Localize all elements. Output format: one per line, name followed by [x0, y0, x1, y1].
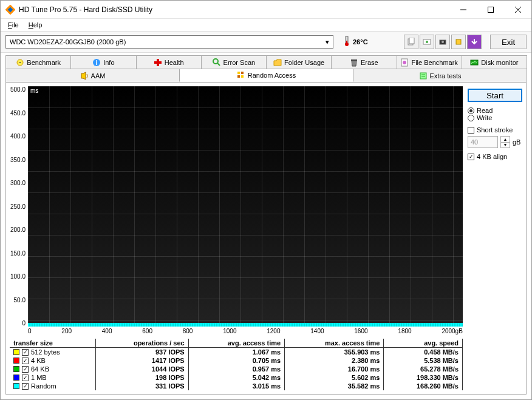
- series-color: [13, 349, 19, 355]
- exit-button[interactable]: Exit: [490, 35, 527, 49]
- series-checkbox[interactable]: ✓: [22, 358, 29, 364]
- drive-select[interactable]: WDC WD20EZAZ-00GGJB0 (2000 gB) ▾: [5, 35, 333, 49]
- temperature-value: 26°C: [353, 38, 368, 46]
- series-color: [13, 375, 19, 381]
- chart: 500.0450.0400.0350.0300.0250.0200.0150.0…: [10, 86, 463, 335]
- menu-help[interactable]: Help: [25, 20, 46, 30]
- plot-area: ms: [28, 86, 463, 327]
- tab-info[interactable]: iInfo: [70, 55, 136, 69]
- tab-health[interactable]: Health: [136, 55, 202, 69]
- tab-icon: [213, 58, 221, 67]
- tab-file-benchmark[interactable]: File Benchmark: [397, 55, 462, 69]
- svg-rect-21: [154, 61, 162, 64]
- tab-erase[interactable]: Erase: [331, 55, 397, 69]
- app-icon: [5, 5, 15, 15]
- svg-rect-3: [488, 7, 493, 12]
- shortstroke-input[interactable]: [468, 136, 498, 148]
- svg-point-26: [403, 61, 406, 64]
- close-button[interactable]: [504, 1, 531, 18]
- series-color: [13, 383, 19, 389]
- tab-disk-monitor[interactable]: Disk monitor: [462, 55, 527, 69]
- svg-rect-29: [241, 72, 244, 74]
- save-screenshot-button[interactable]: [435, 35, 450, 49]
- series-color: [13, 358, 19, 364]
- side-panel: Start Read Write Short stroke ▲▼ gB ✓4 K…: [468, 86, 522, 390]
- results-table: transfer sizeoperations / secavg. access…: [10, 339, 463, 390]
- tab-icon: [16, 58, 24, 67]
- tab-icon: i: [92, 58, 101, 67]
- svg-rect-10: [409, 38, 414, 44]
- tab-folder-usage[interactable]: Folder Usage: [266, 55, 332, 69]
- svg-point-22: [213, 59, 218, 64]
- series-checkbox[interactable]: ✓: [22, 349, 29, 356]
- tab-benchmark[interactable]: Benchmark: [5, 55, 71, 69]
- align4kb-checkbox[interactable]: ✓4 KB align: [468, 153, 522, 160]
- read-radio[interactable]: Read: [468, 107, 522, 114]
- svg-point-12: [426, 41, 428, 43]
- minimize-button[interactable]: [449, 1, 477, 18]
- series-checkbox[interactable]: ✓: [22, 375, 29, 381]
- tab-icon: [154, 58, 162, 67]
- series-checkbox[interactable]: ✓: [22, 383, 29, 390]
- tab-icon: [350, 58, 358, 67]
- tab-icon: [400, 58, 409, 67]
- shortstroke-checkbox[interactable]: Short stroke: [468, 126, 522, 134]
- svg-rect-15: [456, 39, 461, 44]
- svg-rect-31: [241, 75, 244, 78]
- svg-rect-24: [351, 59, 357, 61]
- series-color: [13, 366, 19, 372]
- svg-point-14: [442, 41, 444, 43]
- table-row: ✓64 KB1044 IOPS0.957 ms16.700 ms65.278 M…: [10, 365, 463, 373]
- window-title: HD Tune Pro 5.75 - Hard Disk/SSD Utility: [19, 5, 449, 14]
- copy-screenshot-button[interactable]: [420, 35, 434, 49]
- thermometer-icon: [343, 36, 350, 48]
- svg-rect-32: [420, 73, 426, 79]
- save-button[interactable]: [467, 35, 482, 49]
- stroke-unit: gB: [513, 138, 520, 146]
- svg-point-17: [19, 62, 21, 63]
- table-row: ✓512 bytes937 IOPS1.067 ms355.903 ms0.45…: [10, 348, 463, 357]
- svg-text:i: i: [96, 59, 98, 66]
- tab-icon: [237, 71, 245, 80]
- tab-icon: [80, 72, 89, 80]
- tab-container: BenchmarkiInfoHealthError ScanFolder Usa…: [1, 53, 531, 82]
- chevron-down-icon: ▾: [326, 38, 329, 46]
- write-radio[interactable]: Write: [468, 114, 522, 121]
- menu-file[interactable]: File: [4, 20, 22, 30]
- series-checkbox[interactable]: ✓: [22, 366, 29, 373]
- table-row: ✓4 KB1417 IOPS0.705 ms2.380 ms5.538 MB/s: [10, 356, 463, 365]
- svg-rect-28: [237, 72, 240, 74]
- tab-icon: [273, 58, 282, 67]
- tab-random-access[interactable]: Random Access: [179, 69, 353, 82]
- toolbar: WDC WD20EZAZ-00GGJB0 (2000 gB) ▾ 26°C Ex…: [1, 31, 531, 53]
- copy-info-button[interactable]: [404, 35, 418, 49]
- titlebar: HD Tune Pro 5.75 - Hard Disk/SSD Utility: [1, 1, 531, 19]
- shortstroke-spinner[interactable]: ▲▼: [500, 136, 510, 148]
- svg-line-23: [217, 63, 220, 66]
- tab-extra-tests[interactable]: Extra tests: [353, 69, 527, 82]
- tab-icon: [470, 58, 479, 67]
- start-button[interactable]: Start: [468, 89, 522, 102]
- options-button[interactable]: [451, 35, 466, 49]
- content-panel: 500.0450.0400.0350.0300.0250.0200.0150.0…: [5, 82, 527, 395]
- tab-error-scan[interactable]: Error Scan: [201, 55, 267, 69]
- svg-rect-8: [346, 41, 347, 44]
- temperature-display: 26°C: [343, 36, 368, 48]
- maximize-button[interactable]: [477, 1, 504, 18]
- tab-icon: [419, 72, 428, 80]
- menubar: File Help: [1, 19, 531, 31]
- table-row: ✓1 MB198 IOPS5.042 ms5.602 ms198.330 MB/…: [10, 373, 463, 382]
- svg-rect-30: [237, 75, 240, 78]
- tab-aam[interactable]: AAM: [5, 69, 180, 82]
- table-row: ✓Random331 IOPS3.015 ms35.582 ms168.260 …: [10, 382, 463, 390]
- drive-label: WDC WD20EZAZ-00GGJB0 (2000 gB): [10, 38, 126, 46]
